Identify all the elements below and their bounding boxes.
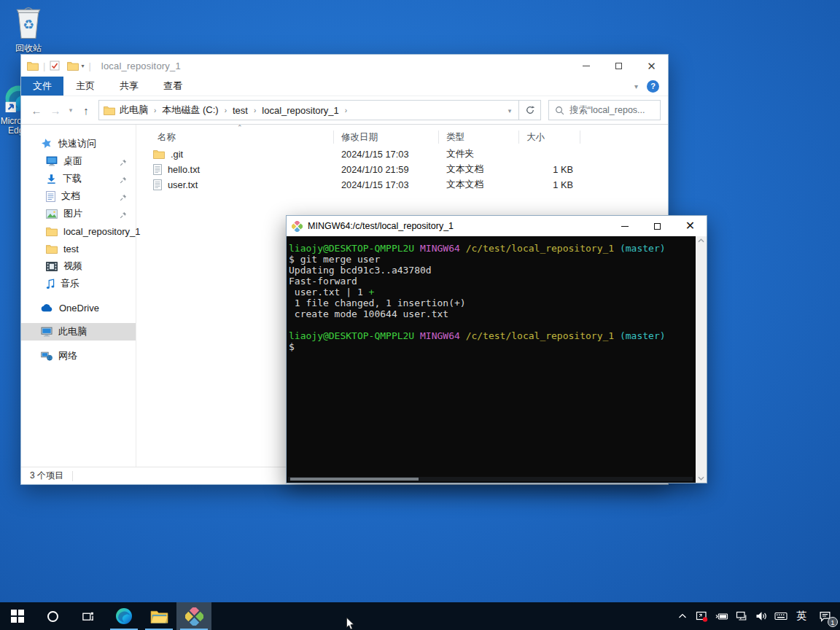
terminal-maximize-button[interactable] [641,216,674,236]
chevron-right-icon[interactable]: › [249,106,260,114]
breadcrumb-item[interactable]: 此电脑 [118,104,149,117]
terminal-line [289,319,693,330]
chevron-down-icon[interactable]: ▾ [81,63,84,69]
sidebar-item-图片[interactable]: 图片 [21,205,136,222]
column-header-name[interactable]: 名称 [144,131,334,144]
sidebar-item-OneDrive[interactable]: OneDrive [21,299,136,316]
sidebar-item-桌面[interactable]: 桌面 [21,152,136,170]
column-header-date[interactable]: 修改日期 [334,131,439,144]
tab-home[interactable]: 主页 [63,77,107,96]
folder-icon [46,244,58,254]
breadcrumb-item[interactable]: test [231,105,249,116]
file-date: 2024/1/15 17:03 [334,179,439,190]
file-row[interactable]: .git2024/1/15 17:03文件夹 [144,147,668,162]
help-icon[interactable]: ? [647,80,659,93]
chevron-right-icon[interactable]: › [220,106,231,114]
address-dropdown-icon[interactable]: ▾ [501,101,518,120]
breadcrumb-item[interactable]: 本地磁盘 (C:) [160,104,219,117]
sidebar: 快速访问桌面下载文档图片local_repository_1test视频音乐On… [21,125,136,467]
breadcrumb-item[interactable]: local_repository_1 [260,105,341,116]
history-chevron-icon[interactable]: ▾ [65,106,77,114]
sidebar-item-下载[interactable]: 下载 [21,170,136,187]
sidebar-item-label: 视频 [63,260,82,273]
file-type: 文本文档 [439,179,519,191]
cortana-icon [47,611,58,622]
taskbar-edge-button[interactable] [106,602,141,630]
tray-battery-button[interactable] [712,602,731,630]
sidebar-item-快速访问[interactable]: 快速访问 [21,135,136,152]
sidebar-item-此电脑[interactable]: 此电脑 [21,323,136,341]
close-button[interactable]: ✕ [635,55,668,77]
file-date: 2024/1/10 21:59 [334,164,439,175]
sidebar-item-local_repository_1[interactable]: local_repository_1 [21,222,136,240]
screen-snip-icon [696,610,708,623]
notification-badge: 1 [828,617,838,627]
minimize-button[interactable] [569,55,602,77]
terminal-line: Updating bcd91c3..a43780d [289,265,693,276]
terminal-line: liaojy@DESKTOP-QMPPL2U MINGW64 /c/test/l… [289,243,693,254]
terminal-line: $ git merge user [289,254,693,265]
file-type: 文件夹 [439,148,519,160]
file-row[interactable]: hello.txt2024/1/10 21:59文本文档1 KB [144,162,668,177]
terminal-vertical-scrollbar[interactable] [696,236,707,483]
sidebar-item-test[interactable]: test [21,240,136,257]
recycle-bin-icon[interactable]: ♻ 回收站 [6,4,51,53]
sidebar-item-label: 文档 [61,190,80,203]
terminal-window: MINGW64:/c/test/local_repository_1 ✕ lia… [286,215,707,483]
taskbar-git-bash-button[interactable] [176,602,211,630]
chevron-right-icon[interactable]: › [149,106,160,114]
column-header-type[interactable]: 类型 [439,131,519,144]
volume-icon [755,611,767,621]
terminal-title: MINGW64:/c/test/local_repository_1 [308,221,454,231]
terminal-body[interactable]: liaojy@DESKTOP-QMPPL2U MINGW64 /c/test/l… [287,236,707,483]
terminal-line: 1 file changed, 1 insertion(+) [289,298,693,308]
maximize-button[interactable] [602,55,635,77]
address-bar[interactable]: 此电脑›本地磁盘 (C:)›test›local_repository_1› ▾ [98,100,519,120]
terminal-minimize-button[interactable] [608,216,641,236]
explorer-titlebar[interactable]: | ▾ | local_repository_1 ✕ [21,55,668,77]
up-button[interactable]: ↑ [77,104,96,117]
taskbar: 英 1 [0,602,840,630]
back-button[interactable]: ← [27,104,46,117]
start-button[interactable] [0,602,35,630]
documents-icon [46,191,55,202]
folder-icon [153,149,165,159]
tray-keyboard-button[interactable] [771,602,790,630]
forward-button[interactable]: → [46,104,65,117]
terminal-titlebar[interactable]: MINGW64:/c/test/local_repository_1 ✕ [287,216,707,236]
sidebar-item-视频[interactable]: 视频 [21,257,136,275]
tab-file[interactable]: 文件 [21,77,63,96]
sidebar-item-文档[interactable]: 文档 [21,187,136,205]
folder-icon [27,61,39,71]
column-header-size[interactable]: 大小 [519,131,580,144]
action-center-button[interactable]: 1 [812,602,837,630]
task-view-button[interactable] [70,602,105,630]
sidebar-item-label: local_repository_1 [63,226,141,237]
refresh-button[interactable] [519,100,541,120]
chevron-right-icon[interactable]: › [341,106,351,114]
ribbon-collapse-icon[interactable]: ▾ [634,82,638,90]
sidebar-item-网络[interactable]: 网络 [21,347,136,365]
sidebar-item-音乐[interactable]: 音乐 [21,275,136,292]
tray-snip-button[interactable] [692,602,712,630]
tab-share[interactable]: 共享 [107,77,151,96]
sort-ascending-icon: ⌃ [237,124,243,131]
pin-icon [120,210,127,221]
sidebar-item-label: 网络 [58,349,77,362]
tab-view[interactable]: 查看 [151,77,195,96]
textdoc-icon [153,179,162,190]
tray-network-button[interactable] [731,602,751,630]
terminal-close-button[interactable]: ✕ [674,216,707,236]
sidebar-item-label: 音乐 [61,277,79,290]
onedrive-icon [41,304,53,312]
network-icon [41,351,52,361]
ime-indicator[interactable]: 英 [790,602,812,630]
tray-chevron-button[interactable] [672,602,692,630]
search-input[interactable]: 搜索“local_repos... [548,100,661,120]
taskbar-explorer-button[interactable] [141,602,176,630]
cortana-button[interactable] [35,602,70,630]
tray-volume-button[interactable] [751,602,771,630]
terminal-horizontal-scrollbar[interactable] [288,477,693,481]
pin-icon [120,192,127,203]
file-row[interactable]: user.txt2024/1/15 17:03文本文档1 KB [144,177,668,192]
